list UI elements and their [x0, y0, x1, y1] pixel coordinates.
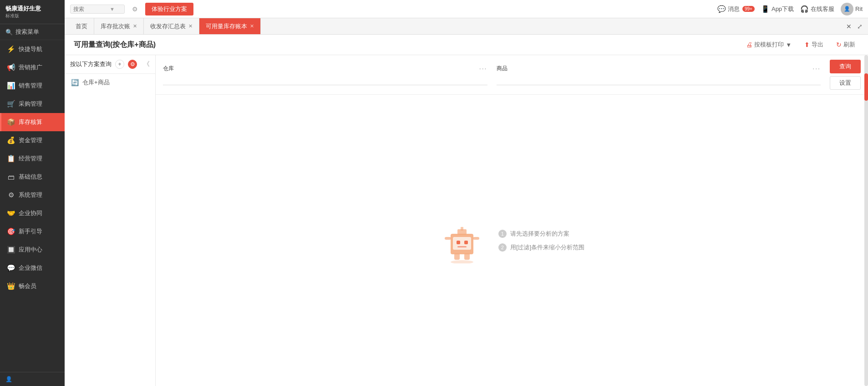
tab-inventory-summary-close[interactable]: ✕: [188, 23, 193, 29]
refresh-icon: ↻: [836, 41, 842, 48]
basic-info-icon: 🗃: [7, 173, 15, 181]
sidebar-item-basic-info[interactable]: 🗃基础信息: [0, 168, 65, 186]
export-button[interactable]: ⬆ 导出: [801, 39, 827, 50]
quick-nav-label: 快捷导航: [19, 45, 42, 53]
svg-rect-6: [461, 227, 463, 231]
tab-available-stock-label: 可用量库存账本: [206, 22, 247, 31]
empty-tip-1: 1请先选择要分析的方案: [498, 230, 584, 238]
trial-button[interactable]: 体验行业方案: [145, 3, 193, 15]
warehouse-field-group: 仓库 ···: [163, 65, 487, 85]
sidebar-item-operations[interactable]: 📋经营管理: [0, 149, 65, 168]
user-profile[interactable]: 👤 Rit: [841, 3, 863, 15]
sidebar-item-wechat[interactable]: 💬企业微信: [0, 259, 65, 277]
sidebar-item-inventory[interactable]: 📦库存核算: [0, 113, 65, 131]
tab-batch-account[interactable]: 库存批次账 ✕: [94, 18, 144, 34]
settings-icon[interactable]: ⚙: [129, 5, 141, 14]
sidebar-item-enterprise[interactable]: 🤝企业协同: [0, 204, 65, 222]
refresh-button[interactable]: ↻ 刷新: [832, 39, 859, 50]
filter-settings-icon: ⚙: [130, 61, 135, 67]
sidebar-item-new-guide[interactable]: 🎯新手引导: [0, 222, 65, 241]
message-button[interactable]: 💬 消息 99+: [717, 5, 755, 13]
content-area: 按以下方案查询 + ⚙ 《 🔄 仓库+商品: [65, 55, 868, 386]
warehouse-more-button[interactable]: ···: [479, 65, 487, 72]
search-input-group[interactable]: ▼: [70, 5, 125, 14]
search-input[interactable]: [73, 6, 110, 12]
message-label: 消息: [728, 5, 740, 13]
settings-button[interactable]: 设置: [830, 76, 861, 90]
marketing-label: 营销推广: [19, 63, 42, 72]
svg-rect-4: [457, 246, 467, 247]
wechat-label: 企业微信: [19, 264, 42, 272]
filter-add-button[interactable]: +: [115, 60, 124, 69]
enterprise-icon: 🤝: [7, 209, 15, 217]
online-service-button[interactable]: 🎧 在线客服: [800, 5, 834, 13]
sidebar-item-member[interactable]: 👑畅会员: [0, 277, 65, 295]
app-title: 畅康通好生意: [5, 5, 41, 13]
new-guide-label: 新手引导: [19, 227, 42, 236]
sidebar-item-system[interactable]: ⚙系统管理: [0, 186, 65, 204]
inventory-icon: 📦: [7, 118, 15, 126]
product-input[interactable]: [497, 74, 821, 85]
basic-info-label: 基础信息: [19, 173, 42, 181]
close-window-button[interactable]: ✕: [845, 23, 853, 30]
filter-scheme-item[interactable]: 🔄 仓库+商品: [65, 74, 155, 91]
svg-rect-2: [457, 241, 460, 244]
svg-rect-9: [454, 253, 460, 260]
query-button[interactable]: 查询: [830, 60, 861, 73]
tab-available-stock-close[interactable]: ✕: [250, 23, 254, 29]
print-icon: 🖨: [746, 41, 752, 48]
system-icon: ⚙: [7, 191, 15, 199]
tabbar: 首页 库存批次账 ✕ 收发存汇总表 ✕ 可用量库存账本 ✕ ✕ ⤢: [65, 18, 868, 35]
sidebar-item-quick-nav[interactable]: ⚡快捷导航: [0, 40, 65, 58]
quick-nav-icon: ⚡: [7, 45, 15, 53]
operations-label: 经营管理: [19, 154, 42, 163]
tab-home[interactable]: 首页: [69, 18, 94, 34]
sidebar-item-finance[interactable]: 💰资金管理: [0, 131, 65, 149]
tab-inventory-summary-label: 收发存汇总表: [150, 22, 186, 31]
query-section: 仓库 ··· 商品 ··· 查询 设置: [156, 55, 868, 386]
filter-collapse-button[interactable]: 《: [143, 60, 150, 68]
search-chevron-icon[interactable]: ▼: [110, 6, 115, 12]
finance-label: 资金管理: [19, 136, 42, 144]
enterprise-label: 企业协同: [19, 209, 42, 217]
empty-tip-2: 2用[过滤]条件来缩小分析范围: [498, 243, 584, 252]
new-guide-icon: 🎯: [7, 227, 15, 236]
product-more-button[interactable]: ···: [812, 65, 821, 72]
page-header: 可用量查询(按仓库+商品) 🖨 按模板打印 ▼ ⬆ 导出 ↻ 刷新: [65, 35, 868, 55]
service-icon: 🎧: [800, 5, 809, 13]
tab-available-stock[interactable]: 可用量库存账本 ✕: [199, 18, 261, 34]
sidebar-item-sales[interactable]: 📊销售管理: [0, 77, 65, 95]
tip-num-1: 1: [498, 230, 507, 238]
app-center-label: 应用中心: [19, 246, 42, 254]
sales-label: 销售管理: [19, 82, 42, 90]
warehouse-input[interactable]: [163, 74, 487, 85]
sidebar: 畅康通好生意 标准版 🔍 搜索菜单 ⚡快捷导航📢营销推广📊销售管理🛒采购管理📦库…: [0, 0, 65, 386]
print-button[interactable]: 🖨 按模板打印 ▼: [742, 39, 795, 50]
svg-rect-3: [464, 241, 468, 244]
query-action-col: 查询 设置: [830, 60, 861, 90]
svg-point-11: [451, 260, 473, 263]
inventory-label: 库存核算: [19, 118, 42, 126]
sidebar-item-app-center[interactable]: 🔲应用中心: [0, 241, 65, 259]
filter-settings-button[interactable]: ⚙: [128, 60, 137, 69]
purchase-label: 采购管理: [19, 100, 42, 108]
right-scrollbar[interactable]: [864, 55, 868, 386]
sidebar-item-purchase[interactable]: 🛒采购管理: [0, 95, 65, 113]
member-label: 畅会员: [19, 282, 36, 290]
app-download-button[interactable]: 📱 App下载: [761, 5, 794, 13]
export-icon: ⬆: [804, 41, 810, 48]
sidebar-item-marketing[interactable]: 📢营销推广: [0, 58, 65, 77]
topbar-actions: 💬 消息 99+ 📱 App下载 🎧 在线客服 👤 Rit: [717, 3, 863, 15]
filter-panel: 按以下方案查询 + ⚙ 《 🔄 仓库+商品: [65, 55, 156, 386]
empty-state: 1请先选择要分析的方案2用[过滤]条件来缩小分析范围: [156, 95, 868, 386]
maximize-window-button[interactable]: ⤢: [856, 23, 863, 30]
wechat-icon: 💬: [7, 264, 15, 272]
app-download-icon: 📱: [761, 5, 770, 13]
tab-inventory-summary[interactable]: 收发存汇总表 ✕: [144, 18, 199, 34]
sidebar-search[interactable]: 🔍 搜索菜单: [0, 24, 65, 40]
filter-header-label: 按以下方案查询: [70, 60, 112, 68]
product-label: 商品 ···: [497, 65, 821, 72]
message-badge: 99+: [742, 6, 755, 12]
print-dropdown-icon[interactable]: ▼: [786, 41, 792, 48]
tab-batch-account-close[interactable]: ✕: [133, 23, 137, 29]
